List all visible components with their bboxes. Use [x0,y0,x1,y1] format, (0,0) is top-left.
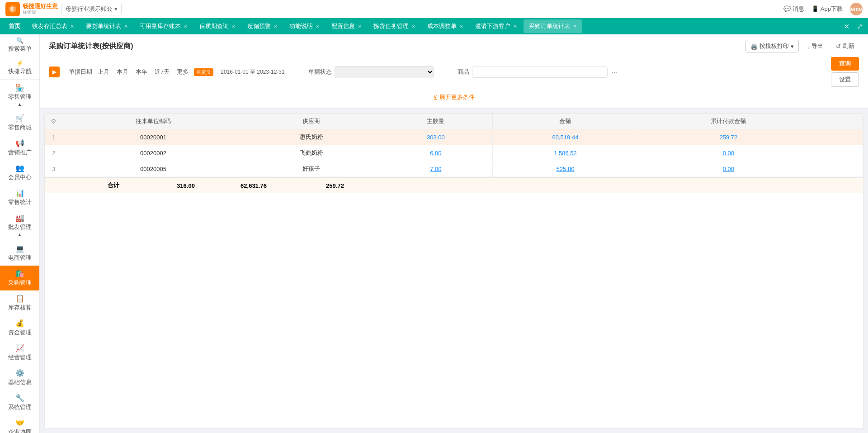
nav-tab-功能说明[interactable]: 功能说明✕ [284,19,325,33]
sidebar-arrow-icon: ▲ [18,102,22,107]
nav-right-actions: ✕ ⤢ [841,21,865,32]
app-download-action[interactable]: 📱 App下载 [811,5,843,13]
filter-ellipsis-btn[interactable]: ··· [611,68,618,76]
filter-btn-more[interactable]: 更多 [174,67,191,77]
table-header-row: ⚙ 往来单位编码 供应商 主数量 金额 累计付款金额 [45,114,863,129]
table-body: 1 00020001 惠氏奶粉 303.00 60,519.44 259.72 … [45,129,863,177]
nav-tab-close-icon[interactable]: ✕ [70,24,74,29]
sidebar-label-finance: 资金管理 [8,328,32,337]
print-dropdown-icon: ▾ [791,43,794,50]
filter-goods-input[interactable] [472,67,608,78]
table-row[interactable]: 2 00020002 飞鹤奶粉 6.00 1,586.52 0.00 [45,145,863,161]
nav-tab-首页[interactable]: 首页 [3,19,26,33]
settings-button[interactable]: 设置 [831,72,859,87]
sidebar-icon-finance: 💰 [15,319,24,328]
cell-code: 00020001 [63,129,244,145]
page-title: 采购订单统计表(按供应商) [49,42,133,51]
nav-tab-close-icon[interactable]: ✕ [573,24,577,29]
workspace-label: 母婴行业演示账套 [66,5,113,13]
sidebar-icon-retail-store: 🛒 [15,114,24,123]
settings-icon[interactable]: ⚙ [51,118,57,125]
print-button[interactable]: 🖨️ 按模板打印 ▾ [745,40,799,52]
nav-tab-label: 功能说明 [289,22,313,30]
nav-close-btn[interactable]: ✕ [841,21,852,32]
cell-extra [819,129,863,145]
cell-amount: 1,586.52 [493,145,638,161]
nav-tab-label: 首页 [9,22,20,30]
filter-status-label: 单据状态 [308,68,332,76]
sidebar-icon-operations: 📈 [15,344,24,352]
workspace-dropdown-icon: ▾ [114,5,118,12]
sidebar-label-operations: 经营管理 [8,353,32,362]
sidebar-item-retail[interactable]: 🏪零售管理▲ [0,80,39,110]
sidebar-item-quick-nav[interactable]: ⚡ 快捷导航 [0,56,39,79]
filter-status-select[interactable] [335,66,434,78]
page-title-row: 采购订单统计表(按供应商) 🖨️ 按模板打印 ▾ ↓ 导出 ↺ 刷新 [49,40,859,52]
nav-tab-close-icon[interactable]: ✕ [358,24,362,29]
table-row[interactable]: 1 00020001 惠氏奶粉 303.00 60,519.44 259.72 [45,129,863,145]
sidebar-item-retail-store[interactable]: 🛒零售商城 [0,110,39,135]
sidebar-items: 🏪零售管理▲🛒零售商城📢营销推广👥会员中心📊零售统计🏭批发管理▲💻电商管理🛍️采… [0,80,39,433]
sidebar-item-inventory[interactable]: 📋库存核算 [0,290,39,315]
sidebar-item-finance[interactable]: 💰资金管理 [0,315,39,340]
refresh-icon: ↺ [836,43,841,50]
table-row[interactable]: 3 00020005 好孩子 7.00 525.80 0.00 [45,161,863,177]
nav-tab-label: 收发存汇总表 [32,22,67,30]
cell-code: 00020002 [63,145,244,161]
nav-tab-邀请下游客户[interactable]: 邀请下游客户✕ [470,19,523,33]
workspace-selector[interactable]: 母婴行业演示账套 ▾ [61,3,122,15]
nav-tab-close-icon[interactable]: ✕ [316,24,320,29]
filter-status-wrapper [335,66,434,78]
filter-action-btns: 查询 设置 [831,57,859,87]
sidebar-label-ecommerce: 电商管理 [8,254,32,262]
nav-expand-btn[interactable]: ⤢ [854,21,865,32]
nav-tab-成本调整单[interactable]: 成本调整单✕ [422,19,469,33]
nav-tab-收发存汇总表[interactable]: 收发存汇总表✕ [27,19,80,33]
filter-btn-last-month[interactable]: 上月 [95,67,112,77]
nav-tab-超储预警[interactable]: 超储预警✕ [242,19,283,33]
search-menu-button[interactable]: 🔍 搜索菜单 [0,34,39,56]
nav-tab-close-icon[interactable]: ✕ [459,24,463,29]
user-avatar[interactable]: demo2 [850,3,863,15]
sidebar-item-basic[interactable]: ⚙️基础信息 [0,365,39,390]
nav-tab-close-icon[interactable]: ✕ [231,24,236,29]
nav-tab-close-icon[interactable]: ✕ [184,24,188,29]
sidebar-item-retail-stats[interactable]: 📊零售统计 [0,185,39,210]
nav-tab-close-icon[interactable]: ✕ [274,24,278,29]
sidebar-item-member[interactable]: 👥会员中心 [0,160,39,185]
filter-toggle-arrow[interactable]: ▶ [49,67,60,77]
nav-tab-配置信息[interactable]: 配置信息✕ [326,19,367,33]
filter-btn-this-month[interactable]: 本月 [114,67,131,77]
sidebar-item-system[interactable]: 🔧系统管理 [0,390,39,415]
nav-tab-采购订单统计表[interactable]: 采购订单统计表✕ [524,19,582,33]
nav-tab-close-icon[interactable]: ✕ [124,24,128,29]
filter-btn-this-year[interactable]: 本年 [133,67,150,77]
nav-tab-可用量库存账本[interactable]: 可用量库存账本✕ [134,19,193,33]
nav-tab-label: 采购订单统计表 [529,22,570,30]
filter-date-badge[interactable]: 自定义 [194,68,213,76]
data-table-wrapper: ⚙ 往来单位编码 供应商 主数量 金额 累计付款金额 1 00020001 惠氏… [44,113,863,428]
filter-expand-btn[interactable]: ⊻ 展开更多条件 [430,90,477,104]
nav-tab-要货单统计表[interactable]: 要货单统计表✕ [80,19,133,33]
nav-tab-拣货任务管理[interactable]: 拣货任务管理✕ [368,19,421,33]
refresh-button[interactable]: ↺ 刷新 [831,40,859,52]
nav-tab-保质期查询[interactable]: 保质期查询✕ [194,19,241,33]
nav-tab-close-icon[interactable]: ✕ [513,24,517,29]
filter-goods-label: 商品 [458,68,469,76]
sidebar-item-purchase[interactable]: 🛍️采购管理 [0,266,39,290]
sidebar-item-enterprise[interactable]: 🤝企业协同 [0,415,39,433]
sidebar-item-wholesale[interactable]: 🏭批发管理▲ [0,210,39,241]
sidebar-item-ecommerce[interactable]: 💻电商管理 [0,241,39,266]
query-button[interactable]: 查询 [831,57,859,71]
export-button[interactable]: ↓ 导出 [802,40,828,52]
message-action[interactable]: 💬 消息 [783,5,804,13]
sidebar-item-marketing[interactable]: 📢营销推广 [0,135,39,160]
filter-btn-7days[interactable]: 近7天 [152,67,172,77]
filter-status-group: 单据状态 [308,66,434,78]
footer-amount: 62,631.76 [213,182,294,189]
nav-tab-close-icon[interactable]: ✕ [411,24,415,29]
footer-quantity: 316.00 [159,182,213,189]
filter-date-range: 2016-01-01 至 2023-12-31 [221,68,284,76]
filter-date-label: 单据日期 [69,68,92,76]
sidebar-item-operations[interactable]: 📈经营管理 [0,340,39,365]
